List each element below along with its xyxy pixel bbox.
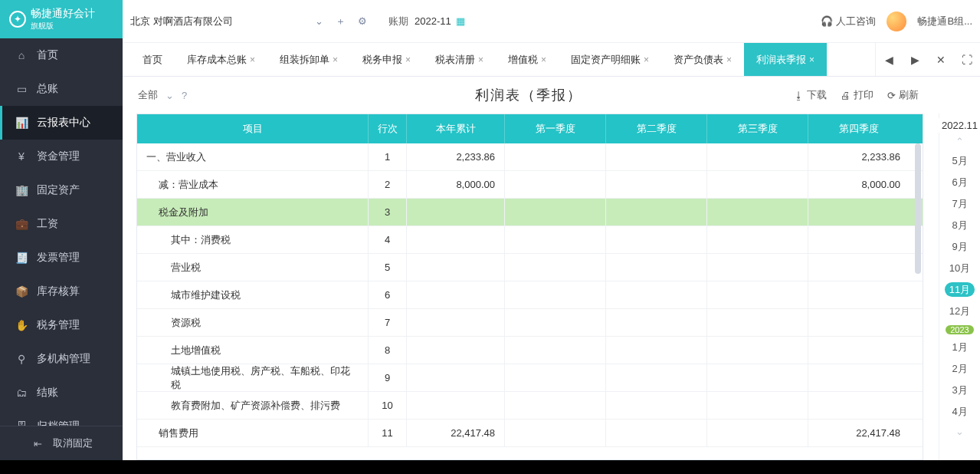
table-row[interactable]: 资源税7 <box>137 309 923 337</box>
table-row[interactable]: 减：营业成本28,000.008,000.00 <box>137 171 923 199</box>
sidebar-item-1[interactable]: ▭总账 <box>0 72 123 106</box>
month-item[interactable]: 2月 <box>952 358 967 380</box>
table-row[interactable]: 土地增值税8 <box>137 337 923 364</box>
cell-q1 <box>505 337 606 364</box>
sidebar-collapse[interactable]: ⇤ 取消固定 <box>0 426 123 460</box>
period-value[interactable]: 2022-11 <box>415 15 451 27</box>
month-item[interactable]: 1月 <box>952 337 967 358</box>
cell-q4: 22,417.48 <box>808 420 910 446</box>
table-body[interactable]: 一、营业收入12,233.862,233.86减：营业成本28,000.008,… <box>137 143 923 459</box>
sidebar-item-6[interactable]: 🧾发票管理 <box>0 241 123 275</box>
tab-close-icon[interactable]: × <box>726 54 732 65</box>
sidebar-item-8[interactable]: ✋税务管理 <box>0 308 123 342</box>
calendar-icon[interactable]: ▦ <box>456 15 465 27</box>
print-button[interactable]: 🖨 打印 <box>841 88 873 102</box>
sidebar-item-0[interactable]: ⌂首页 <box>0 38 123 72</box>
tab-8[interactable]: 利润表季报× <box>744 43 827 76</box>
tabs-close-icon[interactable]: ✕ <box>928 43 954 77</box>
filter-all[interactable]: 全部 <box>138 88 158 102</box>
download-button[interactable]: ⭳ 下载 <box>794 88 827 102</box>
month-item[interactable]: 4月 <box>952 401 967 423</box>
nav-icon: ⌂ <box>14 49 29 61</box>
month-item[interactable]: 3月 <box>952 380 967 401</box>
tabs-controls: ◀ ▶ ✕ ⛶ <box>875 43 980 76</box>
table-row[interactable]: 教育费附加、矿产资源补偿费、排污费10 <box>137 392 923 420</box>
brand-name: 畅捷通好会计 <box>31 7 95 19</box>
tabs-expand-icon[interactable]: ⛶ <box>954 43 980 77</box>
tab-0[interactable]: 首页 <box>130 43 175 76</box>
cell-q4: 2,233.86 <box>808 143 910 170</box>
cell-q4 <box>808 199 910 225</box>
chevron-down-icon[interactable]: ⌄ <box>166 90 174 101</box>
user-label[interactable]: 畅捷通B组... <box>917 15 972 28</box>
tab-close-icon[interactable]: × <box>644 54 649 65</box>
tab-3[interactable]: 税务申报× <box>350 43 423 76</box>
sidebar-item-11[interactable]: 🗄归档管理 <box>0 410 123 426</box>
tab-close-icon[interactable]: × <box>541 54 546 65</box>
plus-icon[interactable]: ＋ <box>329 12 352 31</box>
month-item[interactable]: 12月 <box>945 301 975 322</box>
tabs-list: 首页库存成本总账×组装拆卸单×税务申报×税表清册×增值税×固定资产明细账×资产负… <box>123 43 875 76</box>
nav-label: 工资 <box>37 217 58 231</box>
tab-close-icon[interactable]: × <box>250 54 255 65</box>
nav-icon: ▭ <box>14 83 29 95</box>
cell-rownum: 11 <box>369 420 407 446</box>
nav-label: 资金管理 <box>37 150 80 163</box>
sidebar-item-4[interactable]: 🏢固定资产 <box>0 173 123 207</box>
tab-5[interactable]: 增值税× <box>496 43 559 76</box>
brand: ✦ 畅捷通好会计 旗舰版 <box>0 0 123 38</box>
sidebar-item-2[interactable]: 📊云报表中心 <box>0 106 123 140</box>
tab-close-icon[interactable]: × <box>405 54 411 65</box>
cell-rownum: 3 <box>369 199 407 225</box>
month-item[interactable]: 10月 <box>945 258 975 279</box>
help-button[interactable]: 🎧 人工咨询 <box>821 15 876 28</box>
cell-ytd: 22,417.48 <box>407 420 505 446</box>
tabs-prev-icon[interactable]: ◀ <box>876 43 902 77</box>
tabs-next-icon[interactable]: ▶ <box>902 43 928 77</box>
refresh-button[interactable]: ⟳ 刷新 <box>887 88 919 102</box>
tab-close-icon[interactable]: × <box>478 54 483 65</box>
month-item[interactable]: 6月 <box>945 172 975 193</box>
scrollbar[interactable] <box>915 143 921 274</box>
help-circle-icon[interactable]: ? <box>182 90 187 101</box>
refresh-label: 刷新 <box>899 88 919 102</box>
months-up-icon[interactable]: ⌃ <box>955 136 964 147</box>
tab-7[interactable]: 资产负债表× <box>661 43 744 76</box>
tab-4[interactable]: 税表清册× <box>423 43 496 76</box>
cell-ytd <box>407 281 505 308</box>
sidebar-item-10[interactable]: 🗂结账 <box>0 376 123 410</box>
sidebar-item-3[interactable]: ¥资金管理 <box>0 140 123 173</box>
sidebar-item-7[interactable]: 📦库存核算 <box>0 275 123 308</box>
nav-icon: ✋ <box>14 319 29 331</box>
tab-close-icon[interactable]: × <box>809 54 814 65</box>
cell-ytd <box>407 199 505 225</box>
gear-icon[interactable]: ⚙ <box>352 12 373 30</box>
months-down-icon[interactable]: ⌄ <box>955 426 964 437</box>
cell-q1 <box>505 199 606 225</box>
table-row[interactable]: 其中：消费税4 <box>137 226 923 254</box>
sidebar-item-9[interactable]: ⚲多机构管理 <box>0 342 123 376</box>
table-row[interactable]: 城市维护建设税6 <box>137 281 923 309</box>
month-item[interactable]: 8月 <box>945 215 975 236</box>
table-row[interactable]: 销售费用1122,417.4822,417.48 <box>137 420 923 447</box>
tab-6[interactable]: 固定资产明细账× <box>559 43 661 76</box>
month-item[interactable]: 5月 <box>945 150 975 172</box>
month-label: 8月 <box>952 219 967 231</box>
sidebar-item-5[interactable]: 💼工资 <box>0 207 123 241</box>
tab-2[interactable]: 组装拆卸单× <box>267 43 350 76</box>
cell-rownum: 8 <box>369 337 407 364</box>
table-row[interactable]: 一、营业收入12,233.862,233.86 <box>137 143 923 171</box>
table-row[interactable]: 营业税5 <box>137 254 923 281</box>
month-item[interactable]: 9月 <box>945 236 975 258</box>
tab-1[interactable]: 库存成本总账× <box>175 43 267 76</box>
tab-close-icon[interactable]: × <box>333 54 338 65</box>
month-item[interactable]: 7月 <box>945 193 975 215</box>
cell-item: 土地增值税 <box>137 337 369 364</box>
nav-label: 多机构管理 <box>37 352 90 366</box>
avatar[interactable] <box>887 12 906 31</box>
table-row[interactable]: 税金及附加3 <box>137 199 923 226</box>
company-selector[interactable]: 北京 对啊酒店有限公司 ⌄ <box>130 12 329 30</box>
table-row[interactable]: 城镇土地使用税、房产税、车船税、印花税9 <box>137 364 923 392</box>
th-q4: 第四季度 <box>808 114 910 143</box>
month-item[interactable]: 11月 <box>945 279 975 301</box>
